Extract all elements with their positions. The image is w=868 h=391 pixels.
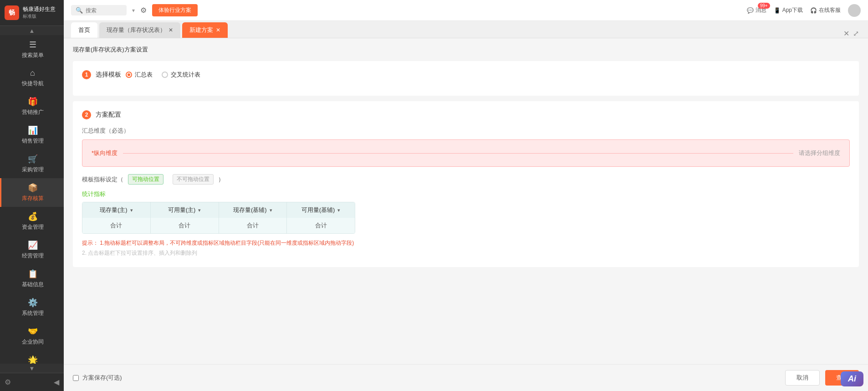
headset-icon: 🎧	[810, 7, 817, 14]
operation-icon: 📈	[28, 240, 38, 250]
required-line	[123, 153, 793, 154]
inventory-icon: 📦	[28, 183, 38, 193]
stats-table-body: 合计 合计 合计 合计	[82, 218, 355, 233]
sidebar-item-purchase[interactable]: 🛒 采购管理	[0, 149, 64, 178]
sidebar-logo: 畅 畅康通好生意 标准版	[0, 0, 64, 26]
topbar: 🔍 ▾ ⚙ 体验行业方案 💬 消息 99+ 📱 App下载 🎧 在线客服	[64, 0, 868, 21]
search-menu-icon: ☰	[29, 40, 36, 50]
tab-new-plan[interactable]: 新建方案 ✕	[182, 22, 228, 38]
radio-crosstab-circle	[162, 72, 168, 78]
sidebar-bottom: ⚙ ◀	[0, 373, 64, 391]
stats-cell-1: 合计	[82, 218, 151, 233]
tab-expand-icon[interactable]: ⤢	[853, 29, 859, 38]
sidebar-item-operation[interactable]: 📈 经营管理	[0, 236, 64, 264]
purchase-icon: 🛒	[28, 154, 38, 164]
tab-inventory-close[interactable]: ✕	[168, 27, 173, 33]
stats-cell-3: 合计	[219, 218, 287, 233]
stats-col-1[interactable]: 现存量(主) ▾	[82, 202, 151, 218]
contract-icon: 🤝	[28, 326, 38, 336]
step1-header: 1 选择模板 汇总表 交叉统计表	[82, 70, 850, 79]
tab-new-plan-close[interactable]: ✕	[216, 27, 220, 33]
gear-icon[interactable]: ⚙	[140, 6, 147, 15]
step2-badge: 2	[82, 110, 91, 119]
stats-cell-2: 合计	[151, 218, 219, 233]
non-draggable-badge: 不可拖动位置	[173, 174, 214, 185]
sidebar-item-system[interactable]: ⚙️ 系统管理	[0, 293, 64, 322]
message-icon: 💬	[747, 7, 754, 14]
user-avatar[interactable]	[848, 4, 861, 17]
sidebar-item-search-menu[interactable]: ☰ 搜索菜单	[0, 35, 64, 64]
search-dropdown-icon[interactable]: ▾	[132, 7, 135, 14]
collapse-icon[interactable]: ◀	[54, 378, 59, 386]
sidebar-scroll-down[interactable]: ▼	[0, 364, 64, 373]
basic-icon: 📋	[28, 269, 38, 279]
stats-col-4[interactable]: 可用量(基辅) ▾	[287, 202, 355, 218]
sidebar-item-inventory[interactable]: 📦 库存核算	[0, 178, 64, 207]
draggable-badge: 可拖动位置	[128, 174, 163, 185]
content-area: 现存量(库存状况表)方案设置 1 选择模板 汇总表 交叉统计表	[64, 38, 868, 364]
service-button[interactable]: 🎧 在线客服	[810, 6, 841, 14]
sidebar-item-newuser[interactable]: 🌟 新手引导	[0, 350, 64, 364]
newuser-icon: 🌟	[28, 355, 38, 364]
required-placeholder: 请选择分组维度	[799, 149, 840, 157]
tab-home[interactable]: 首页	[71, 22, 97, 38]
sales-icon: 📊	[28, 125, 38, 135]
logo-text: 畅康通好生意 标准版	[23, 6, 56, 20]
cancel-button[interactable]: 取消	[785, 370, 820, 386]
trial-button[interactable]: 体验行业方案	[152, 4, 198, 16]
ai-badge[interactable]: Ai	[841, 371, 863, 386]
sidebar: 畅 畅康通好生意 标准版 ▲ ☰ 搜索菜单 ⌂ 快捷导航 🎁 营销推广 📊 销售…	[0, 0, 64, 391]
stats-col-3[interactable]: 现存量(基辅) ▾	[219, 202, 287, 218]
stats-label: 统计指标	[82, 190, 850, 198]
step1-badge: 1	[82, 70, 91, 79]
sidebar-nav: ☰ 搜索菜单 ⌂ 快捷导航 🎁 营销推广 📊 销售管理 🛒 采购管理 📦 库存核…	[0, 35, 64, 364]
sidebar-item-contract[interactable]: 🤝 企业协同	[0, 322, 64, 350]
save-option[interactable]: 方案保存(可选)	[73, 374, 122, 382]
main: 🔍 ▾ ⚙ 体验行业方案 💬 消息 99+ 📱 App下载 🎧 在线客服	[64, 0, 868, 391]
save-checkbox[interactable]	[73, 375, 79, 381]
step2-card: 2 方案配置 汇总维度（必选） *纵向维度 请选择分组维度 模板指标设定（ 可拖…	[73, 101, 859, 267]
footer: 方案保存(可选) 取消 查询	[64, 364, 868, 391]
search-icon: 🔍	[76, 7, 83, 14]
radio-summary-circle	[126, 72, 132, 78]
sidebar-item-sales[interactable]: 📊 销售管理	[0, 121, 64, 149]
topbar-right: 💬 消息 99+ 📱 App下载 🎧 在线客服	[747, 4, 861, 17]
step1-title: 选择模板	[96, 71, 121, 79]
col3-chevron[interactable]: ▾	[270, 207, 272, 213]
phone-icon: 📱	[774, 7, 781, 14]
col4-chevron[interactable]: ▾	[337, 207, 340, 213]
sidebar-scroll-up[interactable]: ▲	[0, 26, 64, 35]
sidebar-item-finance[interactable]: 💰 资金管理	[0, 207, 64, 236]
step2-title: 方案配置	[96, 111, 121, 119]
sidebar-item-marketing[interactable]: 🎁 营销推广	[0, 92, 64, 121]
sidebar-item-basic[interactable]: 📋 基础信息	[0, 264, 64, 293]
search-input[interactable]	[86, 7, 122, 14]
step2-header: 2 方案配置	[82, 110, 850, 119]
col1-chevron[interactable]: ▾	[130, 207, 133, 213]
radio-summary[interactable]: 汇总表	[126, 71, 153, 79]
tab-inventory-status[interactable]: 现存量（库存状况表） ✕	[99, 22, 180, 38]
required-area[interactable]: *纵向维度 请选择分组维度	[82, 139, 850, 167]
tab-close-all-icon[interactable]: ✕	[843, 29, 849, 38]
system-icon: ⚙️	[28, 298, 38, 308]
tabbar: 首页 现存量（库存状况表） ✕ 新建方案 ✕ ✕ ⤢	[64, 21, 868, 38]
marketing-icon: 🎁	[28, 97, 38, 107]
sidebar-item-quick-nav[interactable]: ⌂ 快捷导航	[0, 64, 64, 92]
radio-crosstab[interactable]: 交叉统计表	[162, 71, 200, 79]
stats-col-2[interactable]: 可用量(主) ▾	[151, 202, 219, 218]
page-title: 现存量(库存状况表)方案设置	[73, 46, 859, 54]
quick-nav-icon: ⌂	[30, 68, 35, 78]
stats-table: 现存量(主) ▾ 可用量(主) ▾ 现存量(基辅) ▾ 可用量(基辅) ▾	[82, 202, 355, 234]
col2-chevron[interactable]: ▾	[198, 207, 201, 213]
settings-icon[interactable]: ⚙	[5, 378, 11, 386]
tips-section: 提示： 1.拖动标题栏可以调整布局，不可跨维度或指标区域拖动栏目字段(只能在同一…	[82, 238, 850, 258]
finance-icon: 💰	[28, 211, 38, 221]
app-download-button[interactable]: 📱 App下载	[774, 6, 803, 14]
indicator-settings: 模板指标设定（ 可拖动位置 不可拖动位置 ）	[82, 174, 850, 185]
logo-icon: 畅	[5, 5, 19, 20]
tips-item2: 2. 点击标题栏下拉可设置排序、插入列和删除列	[82, 248, 850, 258]
summary-dim-label: 汇总维度（必选）	[82, 127, 850, 135]
required-field-label: *纵向维度	[92, 149, 117, 157]
messages-button[interactable]: 💬 消息 99+	[747, 6, 766, 14]
topbar-search-box[interactable]: 🔍	[71, 5, 127, 15]
